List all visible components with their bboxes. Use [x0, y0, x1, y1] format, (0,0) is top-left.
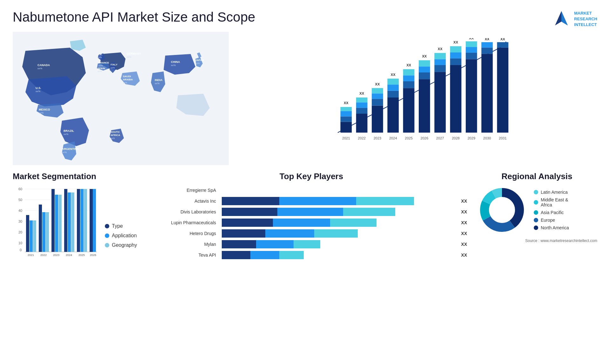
player-row: Erregierre SpA	[156, 186, 467, 194]
segmentation-title: Market Segmentation	[13, 172, 146, 181]
svg-text:U.K.: U.K.	[98, 53, 103, 56]
player-name: Divis Laboratories	[156, 209, 219, 214]
svg-rect-116	[30, 220, 33, 252]
svg-rect-121	[46, 212, 49, 252]
svg-text:xx%: xx%	[171, 64, 176, 67]
segmentation-legend: Type Application Geography	[105, 223, 137, 258]
svg-text:2022: 2022	[40, 253, 47, 257]
svg-rect-46	[356, 98, 368, 102]
svg-text:XX: XX	[422, 54, 427, 58]
player-row: Mylan XX	[156, 240, 467, 248]
svg-text:XX: XX	[406, 63, 411, 67]
legend-geography-label: Geography	[112, 242, 137, 248]
svg-text:2025: 2025	[405, 136, 413, 140]
svg-rect-75	[434, 59, 446, 65]
svg-rect-79	[450, 65, 462, 133]
svg-rect-43	[356, 114, 368, 133]
svg-text:2021: 2021	[342, 136, 350, 140]
svg-rect-58	[387, 79, 399, 85]
svg-marker-1	[561, 11, 568, 25]
svg-rect-67	[419, 79, 430, 132]
player-value: XX	[461, 220, 467, 225]
seg-chart-container: 60 50 40 30 20 10 0	[13, 185, 146, 258]
player-value: XX	[461, 231, 467, 236]
svg-rect-81	[450, 52, 462, 58]
svg-rect-117	[33, 220, 36, 252]
geography-dot	[105, 243, 109, 247]
player-name: Actavis Inc	[156, 199, 219, 204]
key-players-section: Top Key Players Erregierre SpA Actavis I…	[156, 172, 467, 262]
svg-text:xx%: xx%	[64, 133, 68, 136]
svg-text:SAUDI: SAUDI	[123, 75, 131, 78]
world-map-section: CANADA xx% U.S. xx% MEXICO xx% BRAZIL xx…	[13, 32, 229, 165]
svg-text:CANADA: CANADA	[37, 64, 50, 67]
svg-text:SPAIN: SPAIN	[98, 67, 105, 70]
svg-text:MEXICO: MEXICO	[39, 108, 50, 111]
svg-text:XX: XX	[344, 101, 349, 105]
latin-america-label: Latin America	[541, 190, 568, 195]
europe-label: Europe	[541, 218, 555, 223]
svg-rect-49	[372, 106, 383, 133]
svg-rect-57	[387, 84, 399, 91]
svg-text:2031: 2031	[499, 136, 507, 140]
svg-rect-70	[419, 60, 430, 67]
svg-text:xx%: xx%	[39, 111, 44, 114]
svg-rect-115	[26, 215, 29, 252]
player-bar-container	[222, 251, 456, 259]
svg-text:0: 0	[20, 248, 22, 252]
donut-chart-svg	[477, 185, 527, 235]
legend-application: Application	[105, 233, 137, 239]
svg-rect-76	[434, 53, 446, 59]
svg-rect-38	[341, 117, 352, 122]
player-bar-container	[222, 219, 456, 227]
svg-text:2026: 2026	[421, 136, 429, 140]
svg-rect-63	[403, 75, 415, 81]
svg-text:JAPAN: JAPAN	[195, 59, 204, 62]
svg-text:XX: XX	[485, 38, 490, 41]
player-row: Actavis Inc XX	[156, 197, 467, 205]
svg-text:2025: 2025	[78, 253, 85, 257]
svg-rect-133	[84, 189, 87, 252]
svg-text:2022: 2022	[358, 136, 366, 140]
svg-rect-37	[341, 122, 352, 133]
growth-bar-chart: XX 2021 XX 2022 XX 2023 XX 2024	[238, 32, 597, 165]
svg-text:ITALY: ITALY	[111, 63, 118, 66]
svg-text:CHINA: CHINA	[171, 60, 180, 64]
bottom-content: Market Segmentation 60 50 40 30 20 10 0	[0, 165, 610, 268]
svg-text:xx%: xx%	[62, 151, 67, 154]
svg-text:2028: 2028	[452, 136, 460, 140]
svg-rect-119	[39, 205, 42, 252]
svg-rect-86	[466, 53, 477, 59]
regional-title: Regional Analysis	[477, 172, 597, 181]
svg-rect-82	[450, 46, 462, 53]
svg-text:xx%: xx%	[111, 67, 115, 69]
svg-rect-44	[356, 108, 368, 114]
svg-rect-40	[341, 107, 352, 111]
svg-text:ARGENTINA: ARGENTINA	[62, 147, 79, 151]
player-name: Teva API	[156, 253, 219, 258]
market-segmentation-section: Market Segmentation 60 50 40 30 20 10 0	[13, 172, 146, 258]
logo-icon	[552, 10, 571, 29]
svg-rect-136	[93, 189, 96, 252]
top-content: CANADA xx% U.S. xx% MEXICO xx% BRAZIL xx…	[0, 32, 610, 165]
svg-text:60: 60	[18, 187, 22, 191]
svg-rect-88	[466, 41, 477, 47]
svg-text:2024: 2024	[66, 253, 72, 257]
player-row: Teva API XX	[156, 251, 467, 259]
svg-rect-87	[466, 47, 477, 53]
asia-pacific-dot	[534, 210, 538, 215]
player-value: XX	[461, 209, 467, 214]
svg-rect-132	[80, 189, 84, 252]
svg-rect-129	[71, 192, 74, 252]
svg-text:AFRICA: AFRICA	[111, 134, 120, 137]
player-bar-container	[222, 197, 456, 205]
svg-rect-61	[403, 88, 415, 132]
svg-rect-73	[434, 72, 446, 132]
svg-rect-135	[90, 189, 93, 252]
svg-rect-131	[77, 189, 80, 252]
svg-rect-39	[341, 111, 352, 117]
svg-rect-97	[497, 42, 509, 48]
svg-rect-92	[481, 48, 493, 54]
svg-rect-62	[403, 81, 415, 88]
svg-text:xx%: xx%	[37, 67, 42, 70]
